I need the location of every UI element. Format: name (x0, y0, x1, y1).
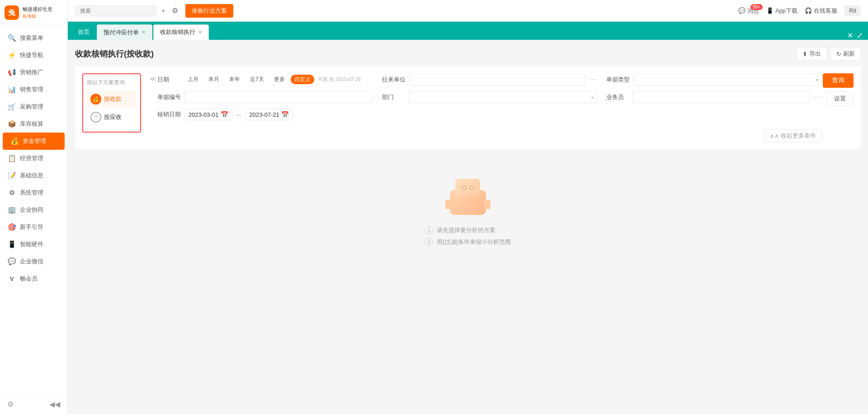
app-logo-icon: 兔 (5, 5, 19, 20)
topbar-gear-icon[interactable]: ⚙ (172, 6, 178, 15)
hint-num-1: 1 (425, 226, 433, 234)
online-service-button[interactable]: 🎧 在线客服 (805, 7, 837, 15)
writeoff-start-calendar-icon[interactable]: 📅 (221, 111, 228, 118)
date-this-month-btn[interactable]: 本月 (204, 74, 223, 85)
receipt-scheme-icon: 💰 (90, 94, 101, 105)
writeoff-end-calendar-icon[interactable]: 📅 (281, 111, 289, 118)
partner-input[interactable] (409, 73, 586, 86)
writeoff-date-end[interactable]: 2023-07-21 📅 (245, 109, 293, 120)
headset-icon: 🎧 (805, 7, 812, 14)
sidebar-nav: 🔍 搜索菜单 ⚡ 快捷导航 📢 营销推广 📊 销售管理 🛒 采购管理 📦 库存核… (0, 26, 67, 394)
writeoff-date-label: 核销日期 (157, 110, 181, 119)
partner-filter-field: 往来单位 ··· (382, 73, 598, 86)
sidebar-item-enterprise[interactable]: 🏢 企业协同 (0, 201, 67, 219)
sidebar-item-marketing[interactable]: 📢 营销推广 (0, 64, 67, 81)
staff-filter-field: 业务员 ··· (606, 91, 822, 103)
collapse-more-button[interactable]: ∧∧ 收起更多条件 (764, 129, 822, 142)
empty-hint-2: 2 用[过滤]条件来缩小分析范围 (425, 238, 510, 246)
tab-receipt-writeoff-close-icon[interactable]: ✕ (198, 29, 202, 35)
content-area: 收款核销执行(按收款) ⬆ 导出 ↻ 刷新 按以下方案查询 💰 (68, 40, 868, 414)
guide-icon: 🎯 (7, 223, 16, 231)
filter-panel: 按以下方案查询 💰 按收款 ⏱ 按应收 ≪ (75, 66, 861, 149)
sidebar-item-smart-hw[interactable]: 📱 智能硬件 (0, 236, 67, 253)
dept-filter-field: 部门 ▾ (382, 91, 598, 103)
sidebar-item-purchase[interactable]: 🛒 采购管理 (0, 98, 67, 115)
topbar-search-input[interactable] (75, 5, 156, 16)
industry-solution-button[interactable]: 体验行业方案 (185, 4, 233, 18)
staff-input[interactable] (632, 91, 810, 103)
page-header: 收款核销执行(按收款) ⬆ 导出 ↻ 刷新 (75, 47, 861, 61)
settings-button[interactable]: 设置 (826, 91, 854, 106)
app-download-button[interactable]: 📱 App下载 (766, 7, 797, 15)
main-area: ▾ ⚙ 体验行业方案 💬 消息 99+ 📱 App下载 🎧 在线客服 Rit 首… (68, 0, 868, 414)
empty-illustration (441, 176, 495, 222)
staff-select-icon[interactable]: ··· (814, 92, 822, 102)
filter-option-by-receipt[interactable]: 💰 按收款 (87, 91, 137, 107)
tab-close-all-button[interactable]: ✕ (847, 31, 853, 40)
query-button[interactable]: 查询 (823, 73, 854, 88)
date-filter-field: 日期 上月 本月 本年 近7天 更多 自定义 不限 至 2023-07-26 (157, 74, 373, 85)
filter-row-2: 单据编号 部门 ▾ (157, 91, 822, 103)
receivable-scheme-icon: ⏱ (90, 112, 101, 123)
sidebar-item-vip[interactable]: V 畅会员 (0, 270, 67, 287)
doc-no-label: 单据编号 (157, 93, 181, 101)
smart-hw-icon: 📱 (7, 240, 16, 248)
export-button[interactable]: ⬆ 导出 (797, 47, 827, 61)
doc-type-select[interactable] (633, 73, 822, 86)
user-menu-button[interactable]: Rit (844, 5, 861, 16)
settings-bottom-icon[interactable]: ⚙ (7, 400, 14, 409)
dept-select[interactable] (408, 91, 598, 103)
page-title: 收款核销执行(按收款) (75, 48, 154, 59)
writeoff-date-start[interactable]: 2023-03-01 📅 (184, 109, 232, 120)
sidebar-item-search-menu[interactable]: 🔍 搜索菜单 (0, 29, 67, 47)
doc-no-filter-field: 单据编号 (157, 91, 373, 103)
collapse-sidebar-icon[interactable]: ◀◀ (49, 400, 60, 409)
tab-prepay[interactable]: 预付冲应付单 ✕ (97, 24, 152, 40)
date-label: 日期 (157, 76, 180, 84)
tab-home[interactable]: 首页 (71, 24, 96, 40)
date-more-btn[interactable]: 更多 (270, 74, 289, 85)
sidebar-item-basic-info[interactable]: 📝 基础信息 (0, 167, 67, 184)
robot-arm-right (484, 200, 491, 209)
tab-maximize-button[interactable]: ⤢ (857, 31, 863, 40)
sidebar-item-finance[interactable]: 💰 资金管理 (3, 133, 65, 150)
sidebar-item-guide[interactable]: 🎯 新手引导 (0, 219, 67, 236)
doc-type-select-wrap: ▾ (633, 73, 822, 86)
hint-num-2: 2 (425, 238, 433, 246)
date-last-7-days-btn[interactable]: 近7天 (246, 74, 268, 85)
topbar-chevron-icon[interactable]: ▾ (162, 8, 165, 14)
filter-row-1: 日期 上月 本月 本年 近7天 更多 自定义 不限 至 2023-07-26 (157, 73, 822, 86)
sidebar-logo: 兔 畅捷通好生意 标准版 (0, 0, 67, 26)
tab-prepay-close-icon[interactable]: ✕ (142, 29, 146, 35)
tab-receipt-writeoff[interactable]: 收款核销执行 ✕ (153, 24, 209, 40)
query-btn-area: 查询 设置 (822, 73, 854, 142)
filter-selector-collapse-btn[interactable]: ≪ (148, 73, 157, 82)
sidebar-item-system[interactable]: ⚙ 系统管理 (0, 184, 67, 201)
date-this-year-btn[interactable]: 本年 (225, 74, 244, 85)
filter-option-by-receivable[interactable]: ⏱ 按应收 (87, 109, 137, 125)
dept-label: 部门 (382, 93, 405, 101)
sidebar-item-sales[interactable]: 📊 销售管理 (0, 81, 67, 98)
date-last-month-btn[interactable]: 上月 (184, 74, 203, 85)
message-badge: 99+ (750, 4, 763, 10)
operations-icon: 📋 (7, 154, 16, 162)
enterprise-icon: 🏢 (7, 206, 16, 214)
doc-no-input[interactable] (184, 91, 373, 103)
refresh-button[interactable]: ↻ 刷新 (830, 47, 861, 61)
page-actions: ⬆ 导出 ↻ 刷新 (797, 47, 861, 61)
staff-label: 业务员 (606, 93, 629, 101)
sidebar-item-operations[interactable]: 📋 经营管理 (0, 150, 67, 167)
sidebar-item-quick-nav[interactable]: ⚡ 快捷导航 (0, 47, 67, 64)
topbar-right: 💬 消息 99+ 📱 App下载 🎧 在线客服 Rit (738, 5, 861, 16)
sidebar: 兔 畅捷通好生意 标准版 🔍 搜索菜单 ⚡ 快捷导航 📢 营销推广 📊 销售管理… (0, 0, 68, 414)
tabbar-right-actions: ✕ ⤢ (842, 31, 868, 40)
vip-icon: V (7, 276, 16, 282)
partner-select-icon[interactable]: ··· (589, 75, 597, 84)
system-icon: ⚙ (7, 189, 16, 197)
refresh-icon: ↻ (836, 51, 841, 57)
partner-label: 往来单位 (382, 76, 406, 84)
date-custom-badge[interactable]: 自定义 (291, 75, 314, 84)
messages-button[interactable]: 💬 消息 99+ (738, 7, 759, 15)
sidebar-item-wechat[interactable]: 💬 企业微信 (0, 253, 67, 270)
sidebar-item-inventory[interactable]: 📦 库存核算 (0, 115, 67, 133)
